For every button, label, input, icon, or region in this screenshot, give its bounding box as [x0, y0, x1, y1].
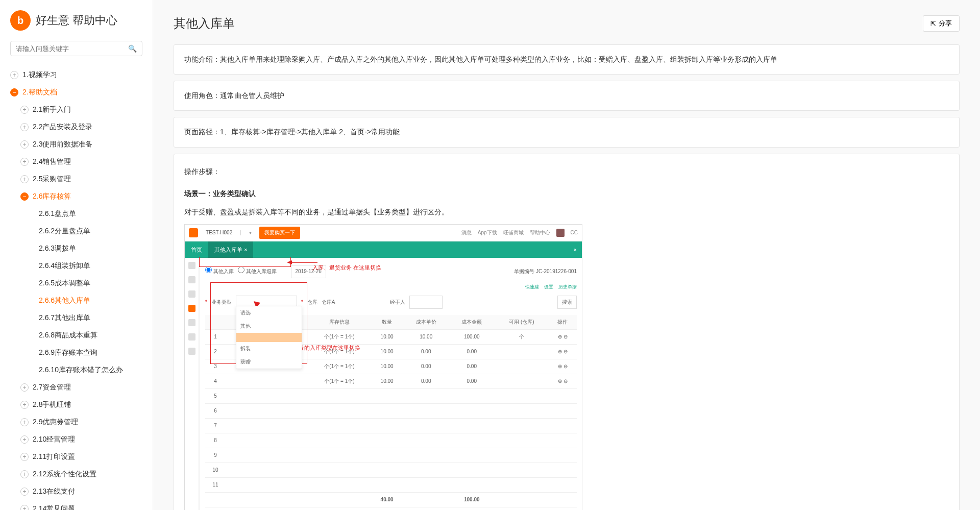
content-body: 操作步骤： 场景一：业务类型确认 对于受赠、盘盈或是拆装入库等不同的业务，是通过… [174, 154, 960, 510]
plus-icon: + [20, 123, 29, 131]
nav-item-2-9[interactable]: +2.9优惠券管理 [10, 414, 142, 431]
nav-item-2-6-4[interactable]: 2.6.4组装拆卸单 [10, 257, 142, 275]
nav-item-2-6-3[interactable]: 2.6.3调拨单 [10, 240, 142, 257]
ss-tab-home: 首页 [185, 241, 208, 258]
nav-item-2-6-5[interactable]: 2.6.5成本调整单 [10, 275, 142, 292]
minus-icon: − [10, 88, 18, 96]
nav-item-docs[interactable]: −2.帮助文档 [10, 84, 142, 101]
nav-item-2-2[interactable]: +2.2产品安装及登录 [10, 118, 142, 136]
nav-item-2-6-6[interactable]: 2.6.6其他入库单 [10, 292, 142, 309]
ss-logo-icon [189, 228, 198, 237]
main-content: 其他入库单 ⇱ 分享 功能介绍：其他入库单用来处理除采购入库、产成品入库之外的其… [153, 0, 980, 510]
plus-icon: + [10, 71, 18, 79]
logo[interactable]: b 好生意 帮助中心 [10, 10, 142, 31]
screenshot-1: TEST-H002 | ▾ 我要购买一下 消息 App下载 旺铺商城 帮助中心 … [184, 224, 582, 510]
plus-icon: + [20, 470, 29, 478]
share-icon: ⇱ [930, 20, 936, 28]
path-text: 1、库存核算->库存管理->其他入库单 2、首页->常用功能 [220, 128, 400, 136]
scene1-title: 场景一：业务类型确认 [184, 186, 949, 201]
logo-icon: b [10, 10, 31, 31]
svg-marker-1 [287, 260, 292, 264]
sidebar: b 好生意 帮助中心 🔍 +1.视频学习 −2.帮助文档 +2.1新手入门 +2… [0, 0, 153, 510]
share-button[interactable]: ⇱ 分享 [923, 15, 960, 32]
nav-item-2-14[interactable]: +2.14常见问题 [10, 500, 142, 510]
minus-icon: − [20, 192, 29, 201]
nav-item-2-6-9[interactable]: 2.6.9库存账本查询 [10, 344, 142, 361]
search-box[interactable]: 🔍 [10, 41, 142, 56]
plus-icon: + [20, 453, 29, 461]
plus-icon: + [20, 383, 29, 392]
plus-icon: + [20, 106, 29, 114]
intro-label: 功能介绍： [184, 55, 220, 63]
ss-tab-doc: 其他入库单 × [208, 241, 253, 258]
nav-item-2-6-1[interactable]: 2.6.1盘点单 [10, 205, 142, 223]
path-label: 页面路径： [184, 128, 220, 136]
nav-item-2-6-2[interactable]: 2.6.2分量盘点单 [10, 223, 142, 240]
ss-buy-button: 我要购买一下 [259, 227, 300, 239]
logo-text: 好生意 帮助中心 [36, 13, 117, 28]
steps-label: 操作步骤： [184, 164, 949, 179]
role-label: 使用角色： [184, 91, 220, 100]
intro-text: 其他入库单用来处理除采购入库、产成品入库之外的其他入库业务，因此其他入库单可处理… [220, 55, 777, 63]
plus-icon: + [20, 140, 29, 149]
path-box: 页面路径：1、库存核算->库存管理->其他入库单 2、首页->常用功能 [174, 117, 960, 147]
nav-item-2-1[interactable]: +2.1新手入门 [10, 101, 142, 118]
plus-icon: + [20, 435, 29, 444]
nav-item-2-12[interactable]: +2.12系统个性化设置 [10, 466, 142, 483]
nav-item-2-8[interactable]: +2.8手机旺铺 [10, 396, 142, 414]
search-input[interactable] [16, 45, 128, 53]
role-box: 使用角色：通常由仓管人员维护 [174, 81, 960, 111]
page-title: 其他入库单 [174, 15, 235, 32]
plus-icon: + [20, 505, 29, 510]
nav-item-2-4[interactable]: +2.4销售管理 [10, 153, 142, 171]
nav-item-2-5[interactable]: +2.5采购管理 [10, 171, 142, 188]
nav-item-2-6-7[interactable]: 2.6.7其他出库单 [10, 309, 142, 327]
ss-annotation-1: 入库、退货业务 在这里切换 [312, 262, 381, 273]
nav-item-video[interactable]: +1.视频学习 [10, 66, 142, 84]
nav-item-2-13[interactable]: +2.13在线支付 [10, 483, 142, 500]
search-icon[interactable]: 🔍 [128, 44, 137, 53]
plus-icon: + [20, 488, 29, 496]
ss-avatar-icon [556, 229, 565, 237]
plus-icon: + [20, 175, 29, 183]
nav-item-2-6-8[interactable]: 2.6.8商品成本重算 [10, 327, 142, 344]
nav-item-2-3[interactable]: +2.3使用前数据准备 [10, 136, 142, 153]
role-text: 通常由仓管人员维护 [220, 91, 284, 100]
nav-item-2-7[interactable]: +2.7资金管理 [10, 379, 142, 396]
plus-icon: + [20, 418, 29, 426]
plus-icon: + [20, 158, 29, 166]
intro-box: 功能介绍：其他入库单用来处理除采购入库、产成品入库之外的其他入库业务，因此其他入… [174, 44, 960, 75]
nav-item-2-6-10[interactable]: 2.6.10库存账本错了怎么办 [10, 361, 142, 379]
plus-icon: + [20, 401, 29, 409]
scene1-text: 对于受赠、盘盈或是拆装入库等不同的业务，是通过单据头【业务类型】进行区分。 [184, 205, 949, 219]
nav-item-2-6[interactable]: −2.6库存核算 [10, 188, 142, 205]
nav-tree: +1.视频学习 −2.帮助文档 +2.1新手入门 +2.2产品安装及登录 +2.… [10, 66, 142, 510]
nav-item-2-10[interactable]: +2.10经营管理 [10, 431, 142, 448]
nav-item-2-11[interactable]: +2.11打印设置 [10, 448, 142, 466]
ss-left-nav [185, 258, 199, 510]
